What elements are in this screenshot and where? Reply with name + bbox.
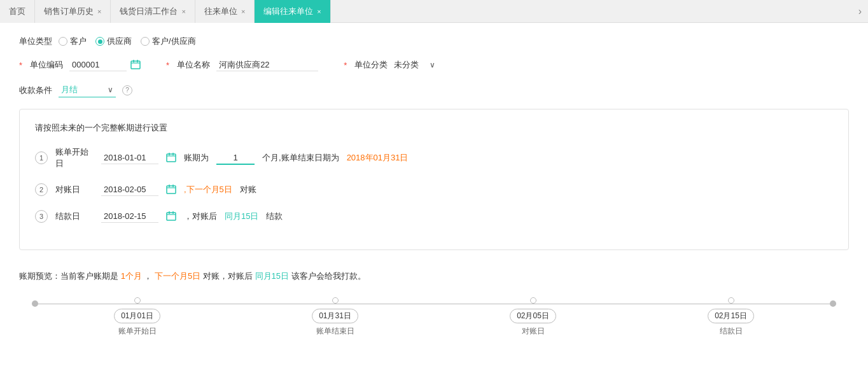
tab-cash-workbench[interactable]: 钱货日清工作台 × <box>111 0 195 23</box>
tab-edit-counterpart[interactable]: 编辑往来单位 × <box>255 0 330 23</box>
timeline-date-3: 02月05日 <box>510 309 556 323</box>
payment-row: 收款条件 月结 ∨ ? <box>19 83 849 97</box>
preview-label: 账期预览：当前客户账期是 <box>19 271 118 281</box>
settlement-suffix: 结款 <box>266 211 283 222</box>
radio-circle-customer <box>59 37 67 46</box>
timeline-item-1: 01月01日 账单开始日 <box>38 297 236 337</box>
payment-label: 收款条件 <box>19 85 52 96</box>
settlement-prefix: ，对账后 <box>184 211 217 222</box>
name-required-star: * <box>166 60 169 70</box>
preview-months: 1个月 <box>121 271 142 281</box>
radio-supplier[interactable]: 供应商 <box>95 36 132 47</box>
timeline-desc-4: 结款日 <box>720 326 743 337</box>
timeline-items: 01月01日 账单开始日 01月31日 账单结束日 02月05日 对账日 <box>32 297 836 337</box>
close-tab-cash-workbench[interactable]: × <box>181 8 185 15</box>
unit-category-value: 未分类 <box>394 59 426 71</box>
timeline-item-4: 02月15日 结款日 <box>632 297 830 337</box>
timeline-end-dot <box>830 300 836 307</box>
svg-rect-0 <box>131 61 140 69</box>
reconcile-date-row: 2 对账日 ,下一个月5日 对账 <box>35 183 833 196</box>
row-num-1: 1 <box>35 151 48 164</box>
settlement-same-month-highlight: 同月15日 <box>225 211 258 222</box>
section-title: 请按照未来的一个完整帐期进行设置 <box>35 122 833 134</box>
settlement-date-label: 结款日 <box>55 211 94 222</box>
preview-middle1: ， <box>144 271 152 281</box>
radio-circle-customer-supplier <box>141 37 150 46</box>
radio-customer[interactable]: 客户 <box>59 36 87 47</box>
preview-section: 账期预览：当前客户账期是 1个月 ， 下一个月5日 对账，对账后 同月15日 该… <box>19 260 849 356</box>
reconcile-suffix: 对账 <box>240 184 256 195</box>
timeline-item-3: 02月05日 对账日 <box>434 297 632 337</box>
tab-home[interactable]: 首页 <box>0 0 35 23</box>
timeline-desc-2: 账单结束日 <box>316 326 354 337</box>
timeline-item-2: 01月31日 账单结束日 <box>236 297 434 337</box>
radio-customer-supplier[interactable]: 客户/供应商 <box>141 36 196 47</box>
unit-name-label: 单位名称 <box>177 59 210 71</box>
settlement-date-calendar-icon[interactable] <box>166 211 176 223</box>
unit-type-label: 单位类型 <box>19 36 52 47</box>
payment-dropdown-arrow[interactable]: ∨ <box>108 85 113 94</box>
unit-category-field-group: 未分类 ∨ <box>394 59 435 71</box>
radio-label-customer: 客户 <box>70 36 87 47</box>
close-tab-counterpart[interactable]: × <box>241 8 245 15</box>
start-date-label: 账单开始日 <box>55 146 94 169</box>
timeline-dot-1 <box>134 297 141 304</box>
settlement-date-row: 3 结款日 ，对账后 同月15日 结款 <box>35 210 833 223</box>
tab-counterpart[interactable]: 往来单位 × <box>195 0 255 23</box>
radio-label-supplier: 供应商 <box>107 36 132 47</box>
settlement-date-input[interactable] <box>101 210 158 223</box>
timeline-date-1: 01月01日 <box>114 309 160 323</box>
account-period-prefix: 账期为 <box>184 152 209 164</box>
timeline-desc-1: 账单开始日 <box>118 326 157 337</box>
svg-rect-4 <box>167 154 176 162</box>
payment-value: 月结 <box>61 84 108 95</box>
timeline-date-4: 02月15日 <box>708 309 754 323</box>
account-end-date-highlight: 2018年01月31日 <box>347 152 409 164</box>
reconcile-next-month-highlight: ,下一个月5日 <box>184 184 232 195</box>
unit-type-row: 单位类型 客户 供应商 客户/供应商 <box>19 36 849 47</box>
reconcile-date-input[interactable] <box>101 183 158 196</box>
timeline-dot-2 <box>332 297 339 304</box>
tab-sales-history[interactable]: 销售订单历史 × <box>35 0 111 23</box>
start-date-row: 1 账单开始日 账期为 个月,账单结束日期为 2018年01月31日 <box>35 146 833 169</box>
preview-same-month: 同月15日 <box>255 271 289 281</box>
main-content: 单位类型 客户 供应商 客户/供应商 * 单位编码 <box>0 23 868 387</box>
timeline-date-2: 01月31日 <box>312 309 358 323</box>
account-period-suffix: 个月,账单结束日期为 <box>262 152 339 164</box>
payment-help-icon[interactable]: ? <box>122 85 132 95</box>
reconcile-date-calendar-icon[interactable] <box>166 184 176 196</box>
code-required-star: * <box>19 60 22 70</box>
preview-next-month: 下一个月5日 <box>155 271 200 281</box>
radio-circle-supplier <box>95 37 104 46</box>
timeline-desc-3: 对账日 <box>522 326 545 337</box>
preview-end: 该客户会给我打款。 <box>291 271 366 281</box>
timeline-dot-4 <box>728 297 734 304</box>
radio-label-customer-supplier: 客户/供应商 <box>152 36 196 47</box>
unit-info-row: * 单位编码 * 单位名称 * 单位分类 未分类 ∨ <box>19 59 849 71</box>
preview-text: 账期预览：当前客户账期是 1个月 ， 下一个月5日 对账，对账后 同月15日 该… <box>19 271 849 282</box>
unit-type-radio-group: 客户 供应商 客户/供应商 <box>59 36 196 47</box>
category-required-star: * <box>344 60 347 70</box>
unit-code-label: 单位编码 <box>30 59 63 71</box>
unit-code-calendar-icon[interactable] <box>130 59 141 71</box>
unit-category-label: 单位分类 <box>354 59 388 71</box>
tab-more-button[interactable]: › <box>852 0 868 23</box>
row-num-3: 3 <box>35 210 48 223</box>
period-settings-box: 请按照未来的一个完整帐期进行设置 1 账单开始日 账期为 个月,账单结束日期为 … <box>19 109 849 250</box>
month-input[interactable] <box>216 151 255 165</box>
start-date-input[interactable] <box>101 151 158 164</box>
close-tab-edit-counterpart[interactable]: × <box>317 8 321 15</box>
svg-rect-12 <box>167 213 176 220</box>
reconcile-date-label: 对账日 <box>55 184 94 195</box>
preview-middle2: 对账，对账后 <box>203 271 253 281</box>
unit-name-input[interactable] <box>216 59 318 71</box>
unit-code-input[interactable] <box>69 59 127 71</box>
tab-bar: 首页 销售订单历史 × 钱货日清工作台 × 往来单位 × 编辑往来单位 × › <box>0 0 868 23</box>
category-dropdown-arrow[interactable]: ∨ <box>430 60 435 69</box>
row-num-2: 2 <box>35 183 48 196</box>
payment-select[interactable]: 月结 ∨ <box>59 83 116 97</box>
svg-rect-8 <box>167 186 176 194</box>
close-tab-sales-history[interactable]: × <box>97 8 101 15</box>
start-date-calendar-icon[interactable] <box>166 152 176 164</box>
timeline-wrapper: 01月01日 账单开始日 01月31日 账单结束日 02月05日 对账日 <box>19 297 849 356</box>
